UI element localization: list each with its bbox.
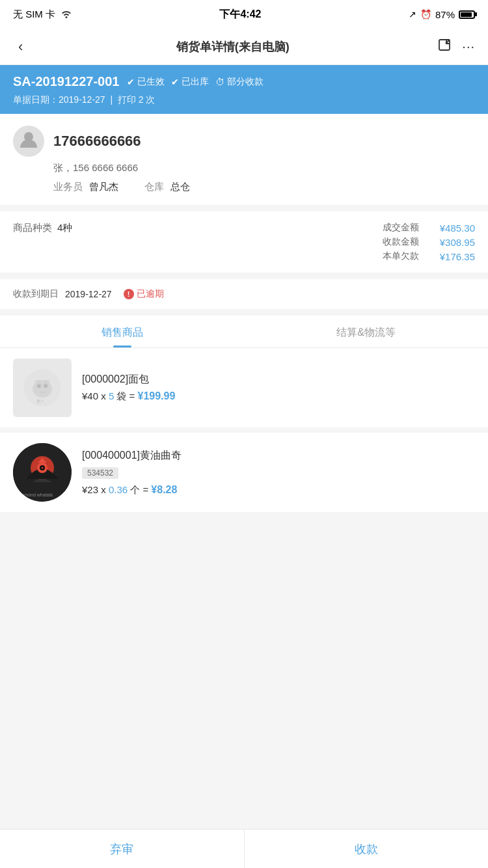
- customer-section: 17666666666 张，156 6666 6666 业务员 曾凡杰 仓库 总…: [0, 114, 488, 205]
- battery-percent: 87%: [435, 9, 455, 20]
- nav-actions: ···: [437, 38, 475, 55]
- avatar: [13, 126, 44, 157]
- carrier-text: 无 SIM 卡: [13, 8, 55, 21]
- product-image-2: diamond whatala: [13, 443, 72, 502]
- status-bar: 无 SIM 卡 下午4:42 ↗ ⏰ 87%: [0, 0, 488, 29]
- amount-info: 成交金额 ¥485.30 收款金额 ¥308.95 本单欠款 ¥176.35: [383, 222, 475, 262]
- status-badge-active: ✔ 已生效: [127, 76, 165, 88]
- divider-3: [0, 310, 488, 316]
- category-label: 商品种类: [13, 222, 52, 234]
- order-header: SA-20191227-001 ✔ 已生效 ✔ 已出库 ⏱ 部分收款 单据日期：…: [0, 65, 488, 114]
- products-list: 鱼+ [0000002]面包 ¥40 x 5 袋 = ¥199.99: [0, 348, 488, 562]
- status-time: 下午4:42: [219, 8, 261, 21]
- share-button[interactable]: [437, 38, 452, 55]
- product-image-1: 鱼+: [23, 368, 62, 407]
- product-item-2: diamond whatala [000400001]黄油曲奇 534532 ¥…: [0, 433, 488, 512]
- status-left: 无 SIM 卡: [13, 8, 72, 21]
- divider-2: [0, 274, 488, 279]
- battery-icon: [459, 10, 475, 19]
- customer-name-phone: 张，156 6666 6666: [13, 162, 475, 174]
- check-icon-1: ✔: [127, 77, 135, 87]
- payment-label: 收款金额: [383, 236, 419, 248]
- status-badge-shipped: ✔ 已出库: [171, 76, 209, 88]
- svg-point-3: [33, 380, 52, 398]
- back-button[interactable]: ‹: [13, 33, 28, 61]
- clock-icon: ⏱: [215, 77, 224, 87]
- bottom-spacer: [0, 517, 488, 562]
- due-date: 2019-12-27: [65, 289, 112, 299]
- tab-settlement[interactable]: 结算&物流等: [244, 316, 488, 347]
- tab-bar: 销售商品 结算&物流等: [0, 316, 488, 348]
- product-info-2: [000400001]黄油曲奇 534532 ¥23 x 0.36 个 = ¥8…: [82, 449, 475, 496]
- alarm-icon: ⏰: [420, 9, 431, 20]
- svg-text:鱼+: 鱼+: [36, 399, 44, 403]
- product-price-1: ¥40 x 5 袋 = ¥199.99: [82, 390, 475, 403]
- salesman-info: 业务员 曾凡杰: [53, 181, 118, 193]
- transaction-label: 成交金额: [383, 222, 419, 234]
- transaction-row: 成交金额 ¥485.30: [383, 222, 475, 234]
- more-button[interactable]: ···: [462, 39, 475, 54]
- status-badge-partial: ⏱ 部分收款: [215, 76, 264, 88]
- tab-sales[interactable]: 销售商品: [0, 316, 244, 347]
- product-thumb-2: diamond whatala: [13, 443, 72, 502]
- category-info: 商品种类 4种: [13, 222, 72, 234]
- wifi-icon: [61, 9, 72, 20]
- svg-point-6: [38, 385, 40, 387]
- overdue-badge: ! 已逾期: [124, 288, 164, 300]
- category-count: 4种: [57, 222, 72, 234]
- overdue-icon: !: [124, 289, 134, 299]
- svg-point-7: [44, 385, 47, 387]
- transaction-amount: ¥485.30: [429, 223, 475, 234]
- product-info-1: [0000002]面包 ¥40 x 5 袋 = ¥199.99: [82, 373, 475, 403]
- product-name-1: [0000002]面包: [82, 373, 475, 387]
- order-date: 单据日期：2019-12-27 | 打印 2 次: [13, 94, 475, 106]
- order-id: SA-20191227-001: [13, 74, 119, 89]
- product-thumb-1: 鱼+: [13, 359, 72, 417]
- product-name-2: [000400001]黄油曲奇: [82, 449, 475, 463]
- divider-1: [0, 206, 488, 211]
- svg-point-13: [42, 467, 44, 469]
- customer-meta: 业务员 曾凡杰 仓库 总仓: [13, 181, 475, 193]
- status-right: ↗ ⏰ 87%: [409, 9, 475, 20]
- due-section: 收款到期日 2019-12-27 ! 已逾期: [0, 279, 488, 309]
- order-status-badges: ✔ 已生效 ✔ 已出库 ⏱ 部分收款: [127, 76, 264, 88]
- customer-row: 17666666666: [13, 126, 475, 157]
- owed-label: 本单欠款: [383, 251, 419, 262]
- product-price-2: ¥23 x 0.36 个 = ¥8.28: [82, 484, 475, 496]
- summary-section: 商品种类 4种 成交金额 ¥485.30 收款金额 ¥308.95 本单欠款 ¥…: [0, 211, 488, 273]
- abandon-review-button[interactable]: 弃审: [0, 830, 245, 868]
- payment-amount: ¥308.95: [429, 237, 475, 248]
- product-item: 鱼+ [0000002]面包 ¥40 x 5 袋 = ¥199.99: [0, 348, 488, 427]
- location-icon: ↗: [409, 9, 416, 20]
- page-title: 销货单详情(来自电脑): [176, 39, 290, 55]
- product-sku-2: 534532: [82, 467, 475, 484]
- due-label: 收款到期日: [13, 288, 59, 300]
- owed-row: 本单欠款 ¥176.35: [383, 251, 475, 262]
- customer-phone: 17666666666: [53, 133, 141, 150]
- payment-row: 收款金额 ¥308.95: [383, 236, 475, 248]
- overdue-text: 已逾期: [137, 288, 164, 300]
- warehouse-info: 仓库 总仓: [144, 181, 190, 193]
- collect-payment-button[interactable]: 收款: [245, 830, 489, 868]
- nav-bar: ‹ 销货单详情(来自电脑) ···: [0, 29, 488, 65]
- svg-text:diamond whatala: diamond whatala: [18, 493, 53, 497]
- owed-amount: ¥176.35: [429, 251, 475, 262]
- check-icon-2: ✔: [171, 77, 179, 87]
- user-icon: [19, 129, 38, 154]
- bottom-bar: 弃审 收款: [0, 829, 488, 868]
